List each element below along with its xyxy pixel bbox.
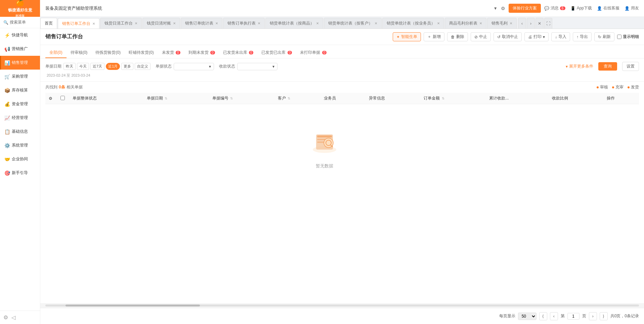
query-btn[interactable]: 查询 — [598, 62, 617, 71]
tab-cash-reconcile[interactable]: 钱货日清对账 ✕ — [142, 18, 180, 29]
sub-tab-all[interactable]: 全部(0) — [45, 48, 67, 58]
tab-sales-summary-staff[interactable]: 销货单统计表（按业务员） ✕ — [382, 18, 444, 29]
sidebar-item-inventory[interactable]: 📦 库存核算 — [0, 83, 40, 97]
page-size-select[interactable]: 50 10 20 100 — [518, 313, 536, 320]
date-btn-7days[interactable]: 近7天 — [90, 63, 104, 70]
sub-tab-shipped-out[interactable]: 已发货已出库 0 — [257, 48, 296, 58]
date-btn-yesterday[interactable]: 昨天 — [63, 63, 76, 70]
app-download-btn[interactable]: 📱 App下载 — [570, 5, 592, 11]
user-btn[interactable]: 👤 用友 — [625, 5, 639, 11]
sidebar-item-cooperation[interactable]: 🤝 企业协同 — [0, 152, 40, 166]
tab-close-btn[interactable]: ✕ — [375, 22, 377, 25]
date-btn-today[interactable]: 今天 — [77, 63, 89, 70]
tab-close-all-btn[interactable]: ✕ — [535, 18, 544, 29]
tab-sales-order[interactable]: 销售订单工作台 ✕ — [58, 18, 99, 29]
settings-btn[interactable]: ⚙ — [3, 314, 8, 321]
sub-tab-overdue[interactable]: 到期未发货 0 — [184, 48, 219, 58]
tab-product-margin[interactable]: 商品毛利分析表 ✕ — [445, 18, 486, 29]
date-btn-more[interactable]: 更多 — [121, 63, 133, 70]
col-amount[interactable]: 订单金额 ⇅ — [420, 93, 486, 104]
table-wrapper[interactable]: ⚙ 单据整体状态 单据日期 ⇅ 单据编号 ⇅ — [40, 93, 644, 303]
tab-sales-summary-product[interactable]: 销货单统计表（按商品） ✕ — [265, 18, 323, 29]
sidebar-search[interactable]: 🔍 搜索菜单 — [0, 17, 40, 28]
tab-close-btn[interactable]: ✕ — [316, 22, 319, 25]
tab-cash-daily[interactable]: 钱货日清工作台 ✕ — [100, 18, 142, 29]
collapse-btn[interactable]: ◁ — [11, 314, 15, 321]
cancel-review-action[interactable]: 充审 — [612, 84, 624, 90]
col-date[interactable]: 单据日期 ⇅ — [143, 93, 209, 104]
sidebar-item-marketing[interactable]: 📢 营销推广 — [0, 42, 40, 56]
col-operation: 操作 — [603, 93, 639, 104]
import-btn[interactable]: ↓ 导入 — [551, 32, 570, 41]
tab-sales-summary-customer[interactable]: 销货单统计表（按客户） ✕ — [324, 18, 382, 29]
tab-close-btn[interactable]: ✕ — [479, 22, 482, 25]
col-anomaly[interactable]: 异常信息 — [366, 93, 420, 104]
filter-setting-btn[interactable]: 设置 — [622, 62, 639, 71]
sub-tab-shipped-not-out[interactable]: 已发货未出库 0 — [219, 48, 258, 58]
ship-action[interactable]: 发货 — [628, 84, 639, 90]
show-detail-checkbox[interactable] — [617, 35, 621, 39]
tab-prev-btn[interactable]: ‹ — [518, 18, 526, 29]
ai-btn[interactable]: ✦ 智能生单 — [393, 32, 421, 41]
tab-sales-stats[interactable]: 销售订单统计表 ✕ — [181, 18, 222, 29]
scroll-track[interactable] — [45, 305, 639, 307]
export-btn[interactable]: ↑ 导出 — [573, 32, 592, 41]
sidebar-item-operations[interactable]: 📈 经营管理 — [0, 111, 40, 125]
sidebar-item-purchase[interactable]: 🛒 采购管理 — [0, 70, 40, 83]
sub-tab-not-shipped[interactable]: 未发货 0 — [158, 48, 184, 58]
sub-tab-pending-inspect[interactable]: 待拣货验货(0) — [91, 48, 125, 58]
tab-home[interactable]: 首页 — [40, 18, 57, 29]
status-select[interactable]: ▾ — [174, 63, 214, 70]
sidebar-item-quick-nav[interactable]: ⚡ 快捷导航 — [0, 28, 40, 42]
print-btn[interactable]: 🖨 打印 ▾ — [524, 32, 549, 41]
industry-btn[interactable]: 体验行业方案 — [509, 4, 541, 13]
online-service-btn[interactable]: 👤 在线客服 — [597, 5, 619, 11]
tab-close-btn[interactable]: ✕ — [92, 22, 95, 26]
delete-btn[interactable]: 🗑 删除 — [447, 32, 468, 41]
tab-close-btn[interactable]: ✕ — [510, 22, 512, 25]
first-page-btn[interactable]: ⟨ — [539, 312, 547, 320]
show-detail-toggle[interactable]: 显示明细 — [617, 34, 639, 40]
col-checkbox[interactable] — [56, 93, 69, 104]
message-btn[interactable]: 💬 消息 6 — [544, 5, 565, 11]
expand-filter-btn[interactable]: ▾ 展开更多条件 — [566, 64, 593, 69]
last-page-btn[interactable]: ⟩ — [600, 312, 608, 320]
tab-next-btn[interactable]: › — [527, 18, 535, 29]
col-collected[interactable]: 累计收款... — [486, 93, 549, 104]
col-staff[interactable]: 业务员 — [320, 93, 366, 104]
col-customer[interactable]: 客户 ⇅ — [274, 93, 320, 104]
sub-tab-pending-review[interactable]: 待审核(0) — [67, 48, 92, 58]
sidebar-item-guide[interactable]: 🎯 新手引导 — [0, 166, 40, 180]
tab-fullscreen-btn[interactable]: ⛶ — [544, 18, 552, 29]
sub-tab-wangpu[interactable]: 旺铺待发货(0) — [125, 48, 158, 58]
sub-tab-not-printed[interactable]: 未打印单据 0 — [296, 48, 331, 58]
date-btn-1month[interactable]: 近1月 — [106, 63, 120, 70]
payment-select[interactable]: ▾ — [237, 63, 277, 70]
tab-close-btn[interactable]: ✕ — [135, 22, 137, 25]
col-gear[interactable]: ⚙ — [45, 93, 56, 104]
tab-sales-profit[interactable]: 销售毛利 ✕ — [487, 18, 517, 29]
sidebar-item-basic-info[interactable]: 📋 基础信息 — [0, 125, 40, 138]
tab-close-btn[interactable]: ✕ — [215, 22, 218, 25]
page-input[interactable] — [567, 313, 579, 320]
system-dropdown[interactable]: ▼ — [493, 6, 498, 11]
tab-close-btn[interactable]: ✕ — [173, 22, 176, 25]
sidebar-item-sales[interactable]: 📊 销售管理 — [0, 56, 40, 70]
refresh-btn[interactable]: ↻ 刷新 — [594, 32, 614, 41]
scroll-thumb[interactable] — [66, 305, 200, 307]
next-page-btn[interactable]: › — [589, 312, 597, 320]
date-btn-custom[interactable]: 自定义 — [135, 63, 151, 70]
review-action[interactable]: 审核 — [597, 84, 608, 90]
prev-page-btn[interactable]: ‹ — [550, 312, 558, 320]
cancel-stop-btn[interactable]: ↺ 取消中止 — [493, 32, 522, 41]
tab-sales-exec[interactable]: 销售订单执行表 ✕ — [223, 18, 265, 29]
sidebar-item-system[interactable]: ⚙️ 系统管理 — [0, 138, 40, 152]
stop-btn[interactable]: ⊘ 中止 — [471, 32, 491, 41]
col-number[interactable]: 单据编号 ⇅ — [209, 93, 274, 104]
sidebar-item-finance[interactable]: 💰 资金管理 — [0, 97, 40, 111]
select-all-checkbox[interactable] — [60, 96, 65, 100]
new-btn[interactable]: ＋ 新增 — [424, 32, 444, 41]
tab-close-btn[interactable]: ✕ — [258, 22, 260, 25]
tab-close-btn[interactable]: ✕ — [437, 22, 440, 25]
gear-icon[interactable]: ⚙ — [501, 6, 505, 11]
